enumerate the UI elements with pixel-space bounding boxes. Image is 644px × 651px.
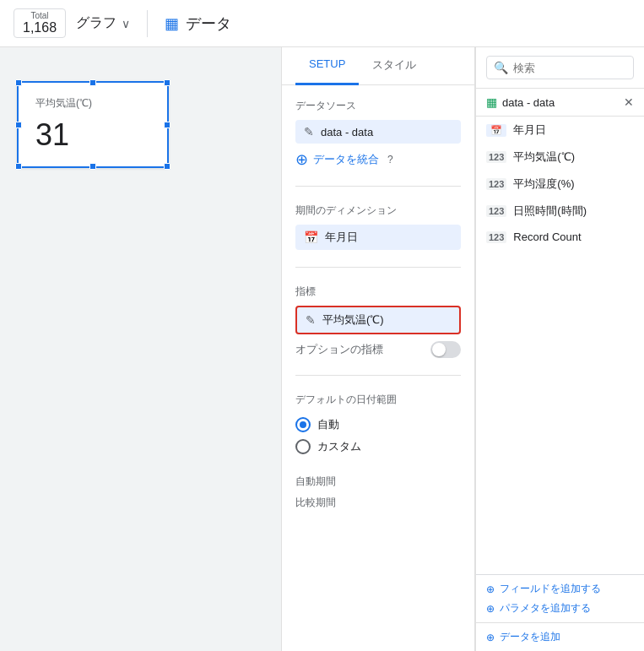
field-type-123-icon-3: 123 (486, 205, 506, 217)
field-item-humidity: 123 平均湿度(%) (476, 171, 644, 198)
dimension-row[interactable]: 📅 年月日 (295, 225, 461, 250)
daterange-label: デフォルトの日付範囲 (295, 393, 461, 407)
field-name-humidity: 平均湿度(%) (513, 176, 574, 192)
chart-type-selector[interactable]: グラフ ∨ (76, 14, 130, 32)
field-item-date: 📅 年月日 (476, 117, 644, 144)
search-input[interactable] (513, 62, 626, 74)
top-bar: Total 1,168 グラフ ∨ ▦ データ (0, 0, 644, 47)
plus-circle-icon: ⊕ (295, 150, 308, 169)
datasource-section: データソース ✎ data - data ⊕ データを統合 ? (295, 99, 461, 169)
auto-label: 自動 (317, 417, 339, 432)
handle-br[interactable] (164, 163, 170, 170)
dimension-name: 年月日 (325, 230, 358, 245)
search-icon: 🔍 (494, 61, 508, 74)
data-section-label: データ (186, 14, 231, 34)
metric-edit-icon: ✎ (306, 313, 316, 327)
field-item-temp: 123 平均気温(℃) (476, 144, 644, 171)
handle-bc[interactable] (89, 163, 96, 170)
handle-tl[interactable] (15, 79, 22, 86)
chevron-down-icon: ∨ (122, 17, 130, 30)
handle-tc[interactable] (89, 79, 96, 86)
help-icon: ? (387, 154, 393, 165)
optional-metric-toggle[interactable] (430, 341, 461, 358)
field-name-temp: 平均気温(℃) (513, 149, 575, 165)
optional-metric-label: オプションの指標 (295, 342, 383, 357)
field-type-123-icon-1: 123 (486, 151, 506, 163)
compare-period-label: 比較期間 (295, 496, 461, 510)
field-list: 📅 年月日 123 平均気温(℃) 123 平均湿度(%) 123 日照時間(時… (476, 117, 644, 574)
widget-card[interactable]: 平均気温(℃) 31 (17, 81, 169, 168)
field-type-123-icon-2: 123 (486, 178, 506, 190)
add-param-link[interactable]: ⊕ パラメタを追加する (486, 601, 634, 616)
metric-label: 指標 (295, 285, 461, 299)
field-type-date-icon: 📅 (486, 124, 506, 137)
plus-field-icon: ⊕ (486, 583, 495, 595)
data-section-title: ▦ データ (165, 14, 231, 34)
divider-3 (295, 375, 461, 376)
top-divider (147, 10, 148, 37)
handle-ml[interactable] (15, 122, 22, 128)
metric-section: 指標 ✎ 平均気温(℃) オプションの指標 (295, 285, 461, 358)
radio-custom-circle[interactable] (295, 439, 311, 454)
metric-row[interactable]: ✎ 平均気温(℃) (295, 306, 461, 334)
radio-custom[interactable]: カスタム (295, 436, 461, 458)
auto-period-label: 自動期間 (295, 475, 461, 489)
field-name-sunshine: 日照時間(時間) (513, 203, 587, 219)
add-data-footer-label: データを追加 (500, 630, 560, 644)
radio-auto[interactable]: 自動 (295, 414, 461, 436)
auto-period-section: 自動期間 比較期間 (295, 471, 461, 510)
panel-body: データソース ✎ data - data ⊕ データを統合 ? 期間のディメンシ… (282, 85, 474, 524)
data-panel-header: 🔍 (476, 47, 644, 89)
table-icon: ▦ (486, 95, 497, 109)
add-data-footer: ⊕ データを追加 (476, 622, 644, 651)
setup-panel: SETUP スタイル データソース ✎ data - data ⊕ データを統合… (281, 47, 475, 651)
daterange-section: デフォルトの日付範囲 自動 カスタム (295, 393, 461, 458)
widget-value: 31 (35, 117, 150, 153)
grid-icon: ▦ (165, 14, 179, 33)
add-field-link[interactable]: ⊕ フィールドを追加する (486, 582, 634, 596)
handle-bl[interactable] (15, 163, 22, 170)
field-type-123-icon-4: 123 (486, 231, 506, 243)
metric-name: 平均気温(℃) (322, 312, 384, 328)
custom-label: カスタム (317, 439, 361, 454)
add-param-label: パラメタを追加する (500, 601, 591, 616)
pencil-icon: ✎ (304, 125, 314, 138)
total-box: Total 1,168 (14, 8, 66, 38)
datasource-name: data - data (321, 126, 373, 138)
search-box[interactable]: 🔍 (486, 56, 634, 79)
plus-data-icon: ⊕ (486, 632, 495, 643)
add-data-row[interactable]: ⊕ データを統合 ? (295, 150, 461, 169)
field-name-record-count: Record Count (513, 231, 581, 243)
main-content: 平均気温(℃) 31 SETUP スタイル データソース ✎ data - da… (0, 47, 644, 651)
data-source-name-row: ▦ data - data (486, 95, 555, 109)
handle-mr[interactable] (164, 122, 170, 128)
dimension-label: 期間のディメンション (295, 203, 461, 218)
chart-type-label: グラフ (76, 14, 116, 32)
plus-param-icon: ⊕ (486, 603, 495, 615)
add-field-label: フィールドを追加する (500, 582, 601, 596)
data-panel-footer: ⊕ フィールドを追加する ⊕ パラメタを追加する (476, 574, 644, 622)
divider-1 (295, 186, 461, 187)
canvas-area: 平均気温(℃) 31 (0, 47, 281, 651)
total-value: 1,168 (23, 20, 57, 35)
field-name-date: 年月日 (513, 122, 546, 138)
data-panel: 🔍 ▦ data - data ✕ 📅 年月日 123 平均気温(℃) 123 … (475, 47, 644, 651)
divider-2 (295, 267, 461, 268)
tab-setup[interactable]: SETUP (295, 47, 359, 85)
datasource-row[interactable]: ✎ data - data (295, 120, 461, 144)
toggle-row: オプションの指標 (295, 341, 461, 358)
tabs: SETUP スタイル (282, 47, 474, 85)
dimension-section: 期間のディメンション 📅 年月日 (295, 203, 461, 250)
field-item-sunshine: 123 日照時間(時間) (476, 198, 644, 225)
data-source-label: data - data (502, 96, 555, 109)
datasource-label: データソース (295, 99, 461, 113)
add-data-footer-link[interactable]: ⊕ データを追加 (486, 630, 634, 644)
data-source-header: ▦ data - data ✕ (476, 89, 644, 117)
close-icon[interactable]: ✕ (624, 95, 634, 109)
field-item-record-count: 123 Record Count (476, 225, 644, 249)
handle-tr[interactable] (164, 79, 170, 86)
radio-auto-circle[interactable] (295, 417, 311, 432)
total-label: Total (30, 11, 48, 20)
calendar-icon: 📅 (304, 231, 318, 244)
tab-style[interactable]: スタイル (359, 47, 430, 85)
